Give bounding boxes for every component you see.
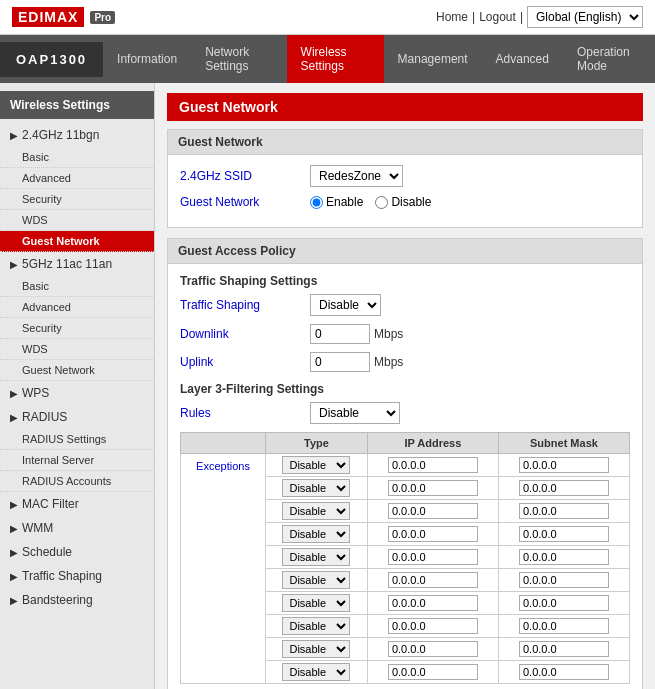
- sidebar-item-wds-2g[interactable]: WDS: [0, 210, 154, 231]
- mask-cell[interactable]: [498, 477, 629, 500]
- sidebar-item-advanced-2g[interactable]: Advanced: [0, 168, 154, 189]
- type-select[interactable]: Disable Enable: [282, 525, 350, 543]
- sidebar-item-radius-accounts[interactable]: RADIUS Accounts: [0, 471, 154, 492]
- language-select[interactable]: Global (English): [527, 6, 643, 28]
- type-select[interactable]: Disable Enable: [282, 479, 350, 497]
- mask-cell[interactable]: [498, 569, 629, 592]
- ip-cell[interactable]: [367, 569, 498, 592]
- logout-link[interactable]: Logout: [479, 10, 516, 24]
- mask-cell[interactable]: [498, 454, 629, 477]
- mask-cell[interactable]: [498, 500, 629, 523]
- type-select[interactable]: Disable Enable: [282, 594, 350, 612]
- type-cell[interactable]: Disable Enable: [266, 592, 368, 615]
- sidebar-item-security-5g[interactable]: Security: [0, 318, 154, 339]
- type-cell[interactable]: Disable Enable: [266, 546, 368, 569]
- nav-management[interactable]: Management: [384, 42, 482, 76]
- disable-radio-label[interactable]: Disable: [375, 195, 431, 209]
- nav-network-settings[interactable]: Network Settings: [191, 35, 286, 83]
- downlink-input[interactable]: [310, 324, 370, 344]
- disable-radio[interactable]: [375, 196, 388, 209]
- type-cell[interactable]: Disable Enable: [266, 454, 368, 477]
- enable-radio-label[interactable]: Enable: [310, 195, 363, 209]
- ip-input[interactable]: [388, 526, 478, 542]
- mask-input[interactable]: [519, 457, 609, 473]
- type-cell[interactable]: Disable Enable: [266, 500, 368, 523]
- type-cell[interactable]: Disable Enable: [266, 615, 368, 638]
- rules-select[interactable]: Disable Enable: [310, 402, 400, 424]
- sidebar-item-basic-5g[interactable]: Basic: [0, 276, 154, 297]
- type-cell[interactable]: Disable Enable: [266, 477, 368, 500]
- type-select[interactable]: Disable Enable: [282, 663, 350, 681]
- type-select[interactable]: Disable Enable: [282, 617, 350, 635]
- mask-cell[interactable]: [498, 661, 629, 684]
- type-select[interactable]: Disable Enable: [282, 456, 350, 474]
- sidebar-item-guest-network-5g[interactable]: Guest Network: [0, 360, 154, 381]
- type-select[interactable]: Disable Enable: [282, 548, 350, 566]
- ip-cell[interactable]: [367, 546, 498, 569]
- sidebar-group-2ghz[interactable]: ▶ 2.4GHz 11bgn: [0, 123, 154, 147]
- ip-input[interactable]: [388, 503, 478, 519]
- type-cell[interactable]: Disable Enable: [266, 523, 368, 546]
- sidebar-group-wmm[interactable]: ▶ WMM: [0, 516, 154, 540]
- ip-cell[interactable]: [367, 661, 498, 684]
- type-cell[interactable]: Disable Enable: [266, 661, 368, 684]
- mask-input[interactable]: [519, 480, 609, 496]
- ip-cell[interactable]: [367, 615, 498, 638]
- uplink-input[interactable]: [310, 352, 370, 372]
- sidebar-item-internal-server[interactable]: Internal Server: [0, 450, 154, 471]
- ssid-select[interactable]: RedesZone: [310, 165, 403, 187]
- nav-wireless-settings[interactable]: Wireless Settings: [287, 35, 384, 83]
- sidebar-item-guest-network-2g[interactable]: Guest Network: [0, 231, 154, 252]
- sidebar-group-mac-filter[interactable]: ▶ MAC Filter: [0, 492, 154, 516]
- type-cell[interactable]: Disable Enable: [266, 638, 368, 661]
- mask-cell[interactable]: [498, 592, 629, 615]
- ip-input[interactable]: [388, 457, 478, 473]
- sidebar-group-wps[interactable]: ▶ WPS: [0, 381, 154, 405]
- mask-input[interactable]: [519, 572, 609, 588]
- ip-cell[interactable]: [367, 477, 498, 500]
- sidebar-group-traffic-shaping[interactable]: ▶ Traffic Shaping: [0, 564, 154, 588]
- mask-cell[interactable]: [498, 546, 629, 569]
- type-select[interactable]: Disable Enable: [282, 571, 350, 589]
- enable-radio[interactable]: [310, 196, 323, 209]
- mask-input[interactable]: [519, 618, 609, 634]
- sidebar-group-bandsteering[interactable]: ▶ Bandsteering: [0, 588, 154, 612]
- sidebar-item-security-2g[interactable]: Security: [0, 189, 154, 210]
- home-link[interactable]: Home: [436, 10, 468, 24]
- sidebar-item-basic-2g[interactable]: Basic: [0, 147, 154, 168]
- mask-input[interactable]: [519, 503, 609, 519]
- mask-input[interactable]: [519, 664, 609, 680]
- mask-cell[interactable]: [498, 638, 629, 661]
- ip-cell[interactable]: [367, 500, 498, 523]
- ip-cell[interactable]: [367, 638, 498, 661]
- type-select[interactable]: Disable Enable: [282, 502, 350, 520]
- sidebar-item-wds-5g[interactable]: WDS: [0, 339, 154, 360]
- nav-advanced[interactable]: Advanced: [482, 42, 563, 76]
- nav-operation-mode[interactable]: Operation Mode: [563, 35, 655, 83]
- mask-input[interactable]: [519, 526, 609, 542]
- ip-input[interactable]: [388, 572, 478, 588]
- traffic-shaping-select[interactable]: Disable Enable: [310, 294, 381, 316]
- mask-input[interactable]: [519, 641, 609, 657]
- ip-cell[interactable]: [367, 523, 498, 546]
- ip-input[interactable]: [388, 664, 478, 680]
- type-select[interactable]: Disable Enable: [282, 640, 350, 658]
- sidebar-item-advanced-5g[interactable]: Advanced: [0, 297, 154, 318]
- sidebar-item-radius-settings[interactable]: RADIUS Settings: [0, 429, 154, 450]
- sidebar-group-5ghz[interactable]: ▶ 5GHz 11ac 11an: [0, 252, 154, 276]
- nav-information[interactable]: Information: [103, 42, 191, 76]
- mask-input[interactable]: [519, 549, 609, 565]
- mask-cell[interactable]: [498, 523, 629, 546]
- type-cell[interactable]: Disable Enable: [266, 569, 368, 592]
- ip-input[interactable]: [388, 641, 478, 657]
- ip-cell[interactable]: [367, 592, 498, 615]
- mask-input[interactable]: [519, 595, 609, 611]
- sidebar-group-radius[interactable]: ▶ RADIUS: [0, 405, 154, 429]
- ip-input[interactable]: [388, 595, 478, 611]
- sidebar-group-schedule[interactable]: ▶ Schedule: [0, 540, 154, 564]
- ip-input[interactable]: [388, 618, 478, 634]
- ip-cell[interactable]: [367, 454, 498, 477]
- mask-cell[interactable]: [498, 615, 629, 638]
- ip-input[interactable]: [388, 480, 478, 496]
- ip-input[interactable]: [388, 549, 478, 565]
